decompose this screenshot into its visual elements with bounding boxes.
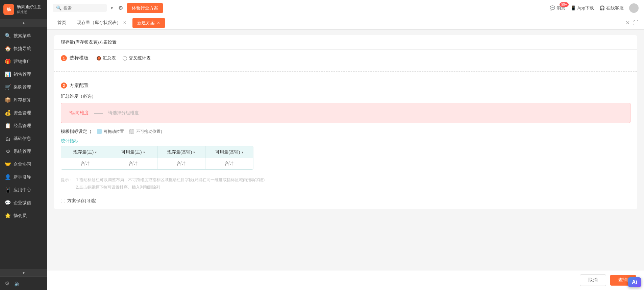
handshake-icon: 🤝 xyxy=(5,161,11,167)
save-option-checkbox[interactable] xyxy=(61,199,65,203)
dimension-label-row: 汇总维度（必选） xyxy=(61,93,630,99)
tab-inventory[interactable]: 现存量（库存状况表） ✕ xyxy=(72,17,131,29)
step2-badge: 2 xyxy=(61,82,67,89)
sidebar-item-basic[interactable]: 🗂 基础信息 xyxy=(0,132,47,145)
sidebar-item-purchase[interactable]: 🛒 采购管理 xyxy=(0,81,47,94)
tab-inventory-close[interactable]: ✕ xyxy=(123,20,126,25)
sidebar-footer: ⚙ 🔈 xyxy=(0,276,47,290)
window-expand-icon[interactable]: ⛶ xyxy=(633,20,639,26)
app-logo-text: 畅康通好生意 标准版 xyxy=(17,4,41,15)
search-input[interactable] xyxy=(64,6,103,10)
box-icon: 📦 xyxy=(5,97,11,103)
audio-footer-icon[interactable]: 🔈 xyxy=(14,280,21,287)
sidebar-item-newbie[interactable]: 👤 新手引导 xyxy=(0,171,47,184)
message-icon: 💬 xyxy=(550,5,555,10)
legend-draggable-box xyxy=(97,129,102,134)
sidebar-item-contract[interactable]: 🤝 企业协同 xyxy=(0,158,47,171)
main-area: 🔍 ▾ ⚙ 体验行业方案 💬 消息 99+ 📱 App下载 🎧 在线客服 xyxy=(47,0,644,290)
sidebar-item-business[interactable]: 📋 经营管理 xyxy=(0,119,47,132)
col-chevron-3[interactable]: ▾ xyxy=(242,150,243,154)
step2-title: 方案配置 xyxy=(70,82,89,89)
step1-title: 选择模板 xyxy=(70,55,89,61)
col-chevron-2[interactable]: ▾ xyxy=(193,150,195,154)
sidebar-item-vip[interactable]: ⭐ 畅会员 xyxy=(0,209,47,222)
stats-table: 现存量(主) ▾ 可用量(主) ▾ 现存量(基辅) ▾ 可用量(基辅) xyxy=(61,146,253,170)
money-icon: 💰 xyxy=(5,110,11,116)
legend-draggable-item: 可拖动位置 xyxy=(97,129,124,135)
topbar-gear-icon[interactable]: ⚙ xyxy=(118,5,123,11)
sidebar-item-sales[interactable]: 📊 销售管理 xyxy=(0,68,47,81)
sidebar-item-shortcut[interactable]: 🏠 快捷导航 xyxy=(0,42,47,55)
sidebar-item-system[interactable]: ⚙ 系统管理 xyxy=(0,145,47,158)
save-option-row: 方案保存(可选) xyxy=(61,198,630,204)
cart-icon: 🛒 xyxy=(5,84,11,90)
step1-badge: 1 xyxy=(61,55,67,61)
customer-service-button[interactable]: 🎧 在线客服 xyxy=(599,5,624,11)
col-chevron-1[interactable]: ▾ xyxy=(143,150,145,154)
user-avatar[interactable] xyxy=(629,3,639,13)
headset-icon: 🎧 xyxy=(599,5,605,10)
metrics-header: 模板指标设定（ 可拖动位置 不可拖动位置） xyxy=(61,128,630,135)
app-logo-icon: 畅 xyxy=(3,4,14,15)
sidebar-item-search[interactable]: 🔍 搜索菜单 xyxy=(0,29,47,42)
search-box[interactable]: 🔍 xyxy=(53,4,107,12)
tab-home[interactable]: 首页 xyxy=(53,17,71,29)
required-dash: —— xyxy=(94,111,103,116)
required-dimension-area[interactable]: *纵向维度 —— 请选择分组维度 xyxy=(61,103,630,123)
search-icon: 🔍 xyxy=(5,33,11,39)
legend-fixed-box xyxy=(129,129,134,134)
col-header-1[interactable]: 可用量(主) ▾ xyxy=(109,146,157,158)
required-label: *纵向维度 xyxy=(69,110,89,116)
save-option-label: 方案保存(可选) xyxy=(67,198,97,204)
folder-icon: 🗂 xyxy=(5,136,11,142)
sidebar-item-inventory[interactable]: 📦 库存核算 xyxy=(0,94,47,106)
chat-icon: 💬 xyxy=(5,200,11,206)
sidebar: 畅 畅康通好生意 标准版 ▲ 🔍 搜索菜单 🏠 快捷导航 🎁 营销推广 📊 销售… xyxy=(0,0,47,290)
message-button[interactable]: 💬 消息 99+ xyxy=(550,5,565,11)
tab-new-plan[interactable]: 新建方案 ✕ xyxy=(132,18,165,28)
cancel-button[interactable]: 取消 xyxy=(580,274,606,286)
col-header-2[interactable]: 现存量(基辅) ▾ xyxy=(157,146,205,158)
search-dropdown-icon[interactable]: ▾ xyxy=(111,6,113,10)
window-close-icon[interactable]: ✕ xyxy=(625,20,630,26)
content-area: 现存量(库存状况表)方案设置 1 选择模板 汇总表 交叉统计表 xyxy=(47,30,644,270)
action-bar: 取消 查询 xyxy=(47,270,644,290)
ai-fab-button[interactable]: Ai xyxy=(628,277,641,287)
industry-solution-button[interactable]: 体验行业方案 xyxy=(127,3,163,13)
col-header-3[interactable]: 可用量(基辅) ▾ xyxy=(205,146,253,158)
step2-header: 2 方案配置 xyxy=(61,82,630,89)
col-header-0[interactable]: 现存量(主) ▾ xyxy=(61,146,109,158)
tip-row-2: 2.点击标题栏下拉可设置排序、插入列和删除列 xyxy=(61,184,630,191)
panel-title: 现存量(库存状况表)方案设置 xyxy=(54,35,637,50)
dimension-placeholder[interactable]: 请选择分组维度 xyxy=(108,110,139,116)
sidebar-scroll-up[interactable]: ▲ xyxy=(0,19,47,27)
sidebar-nav: 🔍 搜索菜单 🏠 快捷导航 🎁 营销推广 📊 销售管理 🛒 采购管理 📦 库存核… xyxy=(0,27,47,269)
stats-table-body: 合计 合计 合计 合计 xyxy=(61,158,253,169)
template-cross-option[interactable]: 交叉统计表 xyxy=(123,55,151,61)
sidebar-item-marketing[interactable]: 🎁 营销推广 xyxy=(0,55,47,68)
sidebar-item-finance[interactable]: 💰 资金管理 xyxy=(0,106,47,119)
stats-table-header: 现存量(主) ▾ 可用量(主) ▾ 现存量(基辅) ▾ 可用量(基辅) xyxy=(61,146,253,158)
sidebar-item-wechat[interactable]: 💬 企业微信 xyxy=(0,196,47,209)
sidebar-logo: 畅 畅康通好生意 标准版 xyxy=(0,0,47,19)
col-chevron-0[interactable]: ▾ xyxy=(95,150,97,154)
template-radio-group: 汇总表 交叉统计表 xyxy=(97,55,151,61)
tab-new-plan-close[interactable]: ✕ xyxy=(157,21,160,25)
search-icon-topbar: 🔍 xyxy=(56,5,61,10)
gift-icon: 🎁 xyxy=(5,58,11,65)
sidebar-scroll-down[interactable]: ▼ xyxy=(0,269,47,276)
stats-label: 统计指标 xyxy=(61,138,630,144)
topbar: 🔍 ▾ ⚙ 体验行业方案 💬 消息 99+ 📱 App下载 🎧 在线客服 xyxy=(47,0,644,16)
home-icon: 🏠 xyxy=(5,46,11,52)
topbar-right: 💬 消息 99+ 📱 App下载 🎧 在线客服 xyxy=(550,3,639,13)
app-download-button[interactable]: 📱 App下载 xyxy=(571,5,594,11)
template-summary-radio[interactable] xyxy=(97,56,101,61)
step1-header: 1 选择模板 汇总表 交叉统计表 xyxy=(61,55,630,61)
settings-footer-icon[interactable]: ⚙ xyxy=(5,280,9,287)
sidebar-item-appstore[interactable]: 📱 应用中心 xyxy=(0,184,47,196)
col-body-1: 合计 xyxy=(109,158,157,169)
step1-section: 1 选择模板 汇总表 交叉统计表 xyxy=(54,50,637,71)
template-cross-radio[interactable] xyxy=(123,56,127,61)
tips-area: 提示： 1.拖动标题栏可以调整布局，不可跨维度或指标区域拖动栏目字段(只能在同一… xyxy=(61,176,630,191)
template-summary-option[interactable]: 汇总表 xyxy=(97,55,116,61)
